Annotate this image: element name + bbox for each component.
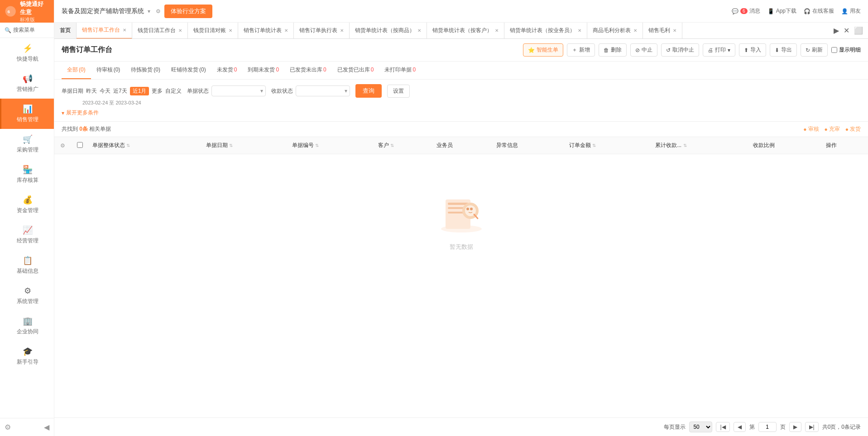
prev-page-btn[interactable]: ◀ (734, 422, 746, 432)
collapse-icon[interactable]: ◀ (44, 423, 49, 431)
tab-more-btn[interactable]: ▶ (832, 26, 840, 35)
detail-checkbox-wrap[interactable]: 显示明细 (831, 46, 861, 54)
sidebar-item-sales[interactable]: 📊 销售管理 (0, 99, 54, 129)
tab-close-sales-staff[interactable]: ✕ (578, 28, 581, 33)
select-all-checkbox[interactable] (77, 142, 83, 148)
sort-amount-icon[interactable]: ⇅ (592, 143, 596, 148)
online-service-btn[interactable]: 🎧 在线客服 (804, 7, 834, 15)
cancel-stop-btn[interactable]: ↺ 取消中止 (661, 43, 699, 57)
add-btn[interactable]: ＋ 新增 (567, 43, 595, 57)
page-input[interactable] (758, 422, 777, 432)
gear-settings-icon[interactable]: ⚙ (60, 142, 65, 149)
quick-nav-icon: ⚡ (23, 43, 33, 53)
trial-btn[interactable]: 体验行业方案 (164, 5, 212, 18)
tab-close-margin[interactable]: ✕ (633, 28, 637, 33)
export-btn[interactable]: ⬇ 导出 (770, 43, 797, 57)
print-btn[interactable]: 🖨 打印 ▾ (703, 43, 735, 57)
sidebar-bottom: ⚙ ◀ (0, 418, 54, 436)
tab-restore-btn[interactable]: ⬜ (853, 26, 864, 35)
filter-tab-shipped-out[interactable]: 已发货已出库0 (332, 62, 379, 79)
date-1month[interactable]: 近1月 (130, 87, 149, 95)
sidebar-item-basic[interactable]: 📋 基础信息 (0, 250, 54, 280)
date-yesterday[interactable]: 昨天 (86, 87, 97, 95)
date-custom[interactable]: 自定义 (165, 87, 182, 95)
tab-close-sales-exec[interactable]: ✕ (340, 28, 344, 33)
th-checkbox[interactable] (71, 137, 89, 154)
filter-tab-shipped-not-out[interactable]: 已发货未出库0 (284, 62, 332, 79)
tab-sales-stats[interactable]: 销售订单统计表 ✕ (238, 23, 294, 39)
sort-number-icon[interactable]: ⇅ (315, 143, 319, 148)
next-page-btn[interactable]: ▶ (789, 422, 801, 432)
tab-close-daily-reconcile[interactable]: ✕ (229, 28, 232, 33)
tab-sales-exec[interactable]: 销售订单执行表 ✕ (294, 23, 350, 39)
last-page-btn[interactable]: ▶| (805, 422, 819, 432)
filter-tab-expired-not-shipped[interactable]: 到期未发货0 (242, 62, 284, 79)
tab-close-sales-product[interactable]: ✕ (417, 28, 421, 33)
sort-collected-icon[interactable]: ⇅ (683, 143, 687, 148)
messages-btn[interactable]: 💬 6 消息 (732, 7, 760, 15)
tab-sales-product[interactable]: 销货单统计表（按商品） ✕ (350, 23, 427, 39)
expand-conditions-btn[interactable]: ▾ 展开更多条件 (62, 109, 861, 117)
tab-sales-staff[interactable]: 销货单统计表（按业务员） ✕ (504, 23, 587, 39)
tab-sales-profit[interactable]: 销售毛利 ✕ (643, 23, 682, 39)
settings-icon[interactable]: ⚙ (5, 423, 11, 431)
tab-close-sales-profit[interactable]: ✕ (673, 28, 676, 33)
tab-close-daily-cash[interactable]: ✕ (178, 28, 182, 33)
sort-status-icon[interactable]: ⇅ (126, 143, 130, 148)
payment-select[interactable] (296, 85, 350, 96)
first-page-btn[interactable]: |◀ (716, 422, 729, 432)
filter-tab-pending-inspect[interactable]: 待拣验货(0) (125, 62, 166, 79)
set-btn[interactable]: 设置 (387, 85, 410, 98)
tab-sales-customer[interactable]: 销货单统计表（按客户） ✕ (427, 23, 504, 39)
sidebar-item-inventory[interactable]: 🏪 库存核算 (0, 159, 54, 190)
sidebar-item-enterprise[interactable]: 🏢 企业协同 (0, 311, 54, 341)
sort-date-icon[interactable]: ⇅ (229, 143, 233, 148)
sidebar-item-guide[interactable]: 🎓 新手引导 (0, 341, 54, 371)
tab-close-sales-order[interactable]: ✕ (123, 28, 126, 33)
ship-op-btn[interactable]: ● 发货 (845, 125, 861, 133)
tab-daily-reconcile[interactable]: 钱货日清对账 ✕ (188, 23, 238, 39)
sidebar-item-marketing[interactable]: 📢 营销推广 (0, 68, 54, 99)
sort-customer-icon[interactable]: ⇅ (390, 143, 394, 148)
per-page-select[interactable]: 50 10 20 100 (689, 422, 712, 432)
page-actions: ⭐ 智能生单 ＋ 新增 🗑 删除 ⊘ 中止 ↺ 取消中止 (523, 43, 861, 57)
tab-margin[interactable]: 商品毛利分析表 ✕ (587, 23, 643, 39)
refresh-btn[interactable]: ↻ 刷新 (801, 43, 828, 57)
app-download-btn[interactable]: 📱 App下载 (767, 7, 796, 15)
tab-close-sales-stats[interactable]: ✕ (284, 28, 288, 33)
cancel-audit-op-btn[interactable]: ● 充审 (825, 125, 840, 133)
sidebar-item-operation[interactable]: 📈 经营管理 (0, 220, 54, 250)
sidebar-item-purchase[interactable]: 🛒 采购管理 (0, 129, 54, 159)
filter-tab-not-printed[interactable]: 未打印单据0 (379, 62, 421, 79)
tab-sales-order[interactable]: 销售订单工作台 ✕ (77, 23, 132, 39)
detail-checkbox[interactable] (831, 47, 837, 53)
sidebar-item-system[interactable]: ⚙ 系统管理 (0, 280, 54, 311)
filter-tab-not-shipped[interactable]: 未发货0 (211, 62, 243, 79)
th-settings[interactable]: ⚙ (54, 137, 71, 154)
table-ops: ● 审核 ● 充审 ● 发货 (803, 125, 861, 133)
audit-op-btn[interactable]: ● 审核 (803, 125, 819, 133)
sidebar-nav: ⚡ 快捷导航 📢 营销推广 📊 销售管理 🛒 采购管理 🏪 库存核算 💰 资金管… (0, 38, 54, 418)
dropdown-icon[interactable]: ▾ (148, 8, 150, 14)
import-btn[interactable]: ⬆ 导入 (739, 43, 766, 57)
filter-tab-pending-audit[interactable]: 待审核(0) (91, 62, 126, 79)
sidebar-item-finance[interactable]: 💰 资金管理 (0, 190, 54, 220)
tab-close-all-btn[interactable]: ✕ (842, 26, 851, 35)
tab-close-sales-customer[interactable]: ✕ (495, 28, 499, 33)
delete-btn[interactable]: 🗑 删除 (599, 43, 627, 57)
tab-home[interactable]: 首页 (54, 23, 77, 39)
stop-btn[interactable]: ⊘ 中止 (630, 43, 657, 57)
query-btn[interactable]: 查询 (355, 84, 382, 98)
date-7days[interactable]: 近7天 (113, 87, 127, 95)
sidebar-item-quick-nav[interactable]: ⚡ 快捷导航 (0, 38, 54, 68)
filter-tab-wangpu-ship[interactable]: 旺铺待发货(0) (166, 62, 211, 79)
status-select[interactable] (211, 85, 266, 96)
filter-tab-all[interactable]: 全部(0) (62, 62, 91, 79)
tab-daily-cash[interactable]: 钱货日清工作台 ✕ (132, 23, 188, 39)
smart-create-btn[interactable]: ⭐ 智能生单 (523, 43, 563, 57)
settings-gear-icon[interactable]: ⚙ (156, 8, 161, 14)
date-today[interactable]: 今天 (100, 87, 110, 95)
sidebar-search-item[interactable]: 🔍 搜索菜单 (0, 23, 54, 38)
date-more[interactable]: 更多 (152, 87, 163, 95)
user-btn[interactable]: 👤 用友 (841, 7, 861, 15)
